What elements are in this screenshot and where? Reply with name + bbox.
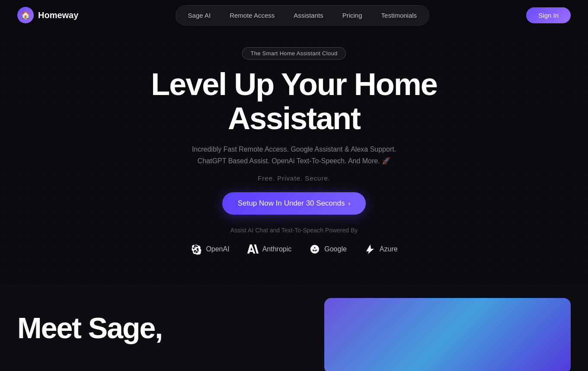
azure-icon — [364, 243, 376, 255]
hero-subtitle-line2: ChatGPT Based Assist. OpenAi Text-To-Spe… — [198, 157, 390, 165]
hero-subtitle-line1: Incredibly Fast Remote Access. Google As… — [192, 146, 396, 153]
hero-title: Level Up Your Home Assistant — [99, 67, 489, 136]
azure-label: Azure — [380, 245, 398, 253]
google-label: Google — [324, 245, 347, 253]
hero-tagline: Free. Private. Secure. — [258, 174, 330, 182]
google-logo: Google — [309, 243, 347, 255]
navbar: 🏠 Homeway Sage AI Remote Access Assistan… — [0, 0, 588, 30]
logo-text: Homeway — [38, 10, 78, 20]
sign-in-button[interactable]: Sign In — [526, 7, 571, 23]
bottom-section: Meet Sage, — [0, 285, 588, 371]
google-icon — [309, 243, 321, 255]
azure-logo: Azure — [364, 243, 398, 255]
ai-logos: OpenAI Anthropic Goog — [190, 243, 397, 255]
nav-item-testimonials[interactable]: Testimonials — [373, 8, 426, 22]
hero-subtitle: Incredibly Fast Remote Access. Google As… — [192, 143, 396, 167]
nav-item-pricing[interactable]: Pricing — [334, 8, 371, 22]
powered-by-text: Assist AI Chat and Text-To-Speach Powere… — [230, 227, 358, 234]
anthropic-label: Anthropic — [262, 245, 292, 253]
cta-label: Setup Now In Under 30 Seconds — [238, 199, 345, 208]
nav-item-sage-ai[interactable]: Sage AI — [179, 8, 220, 22]
cta-button[interactable]: Setup Now In Under 30 Seconds › — [222, 192, 366, 215]
anthropic-logo: Anthropic — [247, 243, 292, 255]
hero-badge: The Smart Home Assistant Cloud — [242, 47, 345, 60]
nav-item-assistants[interactable]: Assistants — [285, 8, 332, 22]
nav-item-remote-access[interactable]: Remote Access — [221, 8, 283, 22]
hero-section: The Smart Home Assistant Cloud Level Up … — [0, 0, 588, 285]
openai-logo: OpenAI — [190, 243, 229, 255]
hero-content: The Smart Home Assistant Cloud Level Up … — [99, 47, 489, 256]
logo-icon: 🏠 — [17, 7, 34, 23]
cta-arrow-icon: › — [348, 200, 350, 207]
logo[interactable]: 🏠 Homeway — [17, 7, 78, 23]
anthropic-icon — [247, 243, 259, 255]
openai-icon — [190, 243, 202, 255]
nav-links: Sage AI Remote Access Assistants Pricing… — [176, 5, 430, 25]
sage-card — [324, 298, 571, 371]
openai-label: OpenAI — [206, 245, 229, 253]
meet-sage-title: Meet Sage, — [17, 311, 162, 345]
